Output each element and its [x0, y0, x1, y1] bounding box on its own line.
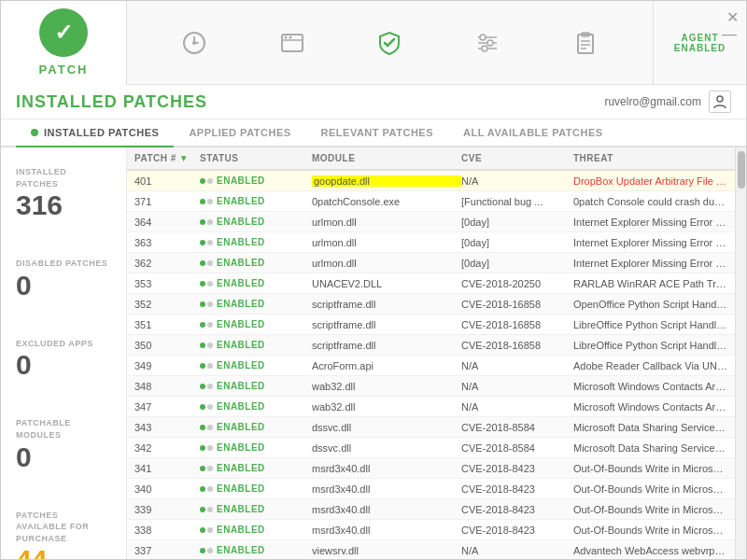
threat-cell: LibreOffice Python Script Handler Di...: [573, 340, 727, 351]
dot-gray: [207, 219, 213, 225]
table-row[interactable]: 341 ENABLED msrd3x40.dll CVE-2018-8423 O…: [127, 458, 735, 479]
dot-green: [200, 281, 205, 287]
cve-cell: CVE-2018-8423: [461, 525, 573, 536]
stat-excluded-apps: EXCLUDED APPS 0: [16, 338, 111, 381]
dot-green: [200, 260, 205, 266]
module-cell: urlmon.dll: [312, 258, 461, 269]
table-row[interactable]: 371 ENABLED 0patchConsole.exe [Functiona…: [127, 191, 735, 212]
svg-point-5: [289, 35, 291, 38]
patch-num: 353: [134, 278, 200, 289]
module-cell: goopdate.dll: [312, 175, 461, 187]
clipboard-nav-icon[interactable]: [571, 30, 599, 56]
status-cell: ENABLED: [200, 504, 312, 514]
dot-gray: [207, 178, 213, 184]
table-row[interactable]: 340 ENABLED msrd3x40.dll CVE-2018-8423 O…: [127, 479, 735, 499]
table-row[interactable]: 348 ENABLED wab32.dll N/A Microsoft Wind…: [127, 376, 735, 397]
stat-excluded-apps-label: EXCLUDED APPS: [16, 338, 111, 350]
table-row[interactable]: 352 ENABLED scriptframe.dll CVE-2018-168…: [127, 294, 735, 315]
threat-cell: Internet Explorer Missing Error Check...: [573, 258, 727, 269]
status-indicator: [200, 301, 213, 307]
cve-cell: N/A: [461, 175, 573, 187]
table-row[interactable]: 349 ENABLED AcroForm.api N/A Adobe Reade…: [127, 356, 735, 376]
status-text: ENABLED: [217, 545, 265, 555]
minimize-button[interactable]: —: [722, 27, 737, 42]
status-cell: ENABLED: [200, 258, 312, 268]
table-row[interactable]: 350 ENABLED scriptframe.dll CVE-2018-168…: [127, 335, 735, 356]
tab-installed-patches[interactable]: INSTALLED PATCHES: [16, 119, 174, 147]
sidebar-stats: INSTALLED PATCHES 316 DISABLED PATCHES 0…: [1, 147, 127, 559]
user-info: ruvelro@gmail.com: [604, 91, 731, 113]
user-avatar[interactable]: [709, 91, 731, 113]
th-patch-num[interactable]: PATCH # ▼: [134, 153, 200, 163]
status-indicator: [200, 199, 213, 204]
patch-num: 401: [134, 175, 200, 187]
cve-cell: CVE-2018-16858: [461, 340, 573, 351]
patch-num: 350: [134, 340, 200, 351]
table-row[interactable]: 338 ENABLED msrd3x40.dll CVE-2018-8423 O…: [127, 520, 735, 540]
tab-applied-patches[interactable]: APPLIED PATCHES: [174, 119, 305, 147]
dot-green: [200, 527, 205, 533]
scrollbar-thumb[interactable]: [738, 151, 745, 189]
shield-nav-icon[interactable]: [375, 30, 403, 56]
stat-excluded-apps-value: 0: [16, 349, 111, 380]
tab-relevant-patches[interactable]: RELEVANT PATCHES: [306, 119, 448, 147]
table-row[interactable]: 364 ENABLED urlmon.dll [0day] Internet E…: [127, 212, 735, 232]
th-module[interactable]: MODULE: [312, 153, 461, 163]
dot-gray: [207, 507, 213, 512]
logo-section: ✓ PATCH: [1, 1, 127, 85]
threat-cell: LibreOffice Python Script Handler Di...: [573, 319, 727, 330]
dot-gray: [207, 425, 213, 430]
module-cell: wab32.dll: [312, 401, 461, 413]
tab-applied-patches-label: APPLIED PATCHES: [189, 127, 290, 138]
table-row[interactable]: 362 ENABLED urlmon.dll [0day] Internet E…: [127, 253, 735, 273]
table-row[interactable]: 337 ENABLED viewsrv.dll N/A Advantech We…: [127, 540, 735, 559]
table-row[interactable]: 363 ENABLED urlmon.dll [0day] Internet E…: [127, 232, 735, 253]
th-status[interactable]: STATUS: [200, 153, 312, 163]
th-threat[interactable]: THREAT: [573, 153, 727, 163]
table-row[interactable]: 401 ENABLED goopdate.dll N/A DropBox Upd…: [127, 171, 735, 191]
patch-num: 338: [134, 525, 200, 536]
cve-cell: CVE-2018-8584: [461, 422, 573, 433]
tab-all-available-patches[interactable]: ALL AVAILABLE PATCHES: [448, 119, 618, 147]
table-row[interactable]: 351 ENABLED scriptframe.dll CVE-2018-168…: [127, 315, 735, 335]
dot-gray: [207, 445, 213, 451]
patch-num: 362: [134, 258, 200, 269]
module-cell: msrd3x40.dll: [312, 483, 461, 495]
dot-green: [200, 466, 205, 471]
cve-cell: [0day]: [461, 217, 573, 228]
status-cell: ENABLED: [200, 196, 312, 206]
dashboard-nav-icon[interactable]: [180, 30, 208, 56]
table-row[interactable]: 353 ENABLED UNACEV2.DLL CVE-2018-20250 R…: [127, 273, 735, 294]
threat-cell: Adobe Reader Callback Via UNC Path: [573, 360, 727, 371]
patch-num: 349: [134, 360, 200, 371]
patch-num: 340: [134, 483, 200, 495]
dot-green: [200, 199, 205, 204]
stat-patchable-modules-value: 0: [16, 441, 111, 472]
patch-num: 337: [134, 545, 200, 556]
table-row[interactable]: 347 ENABLED wab32.dll N/A Microsoft Wind…: [127, 397, 735, 417]
tab-dot-active: [31, 129, 38, 136]
status-cell: ENABLED: [200, 483, 312, 494]
browser-nav-icon[interactable]: [278, 30, 306, 56]
status-cell: ENABLED: [200, 340, 312, 350]
module-cell: scriptframe.dll: [312, 340, 461, 351]
scrollbar[interactable]: [735, 147, 746, 559]
dot-green: [200, 178, 205, 184]
sliders-nav-icon[interactable]: [473, 30, 501, 56]
status-cell: ENABLED: [200, 381, 312, 391]
status-text: ENABLED: [217, 525, 265, 535]
agent-label: AGENTENABLED: [674, 33, 726, 53]
status-cell: ENABLED: [200, 299, 312, 309]
table-row[interactable]: 343 ENABLED dssvc.dll CVE-2018-8584 Micr…: [127, 417, 735, 438]
table-row[interactable]: 339 ENABLED msrd3x40.dll CVE-2018-8423 O…: [127, 499, 735, 520]
table-row[interactable]: 342 ENABLED dssvc.dll CVE-2018-8584 Micr…: [127, 438, 735, 458]
dot-gray: [207, 199, 213, 204]
tab-installed-patches-label: INSTALLED PATCHES: [44, 127, 159, 138]
status-text: ENABLED: [217, 319, 265, 329]
module-cell: msrd3x40.dll: [312, 525, 461, 536]
dot-green: [200, 507, 205, 512]
logo-checkmark: ✓: [54, 20, 73, 46]
dot-green: [200, 240, 205, 245]
close-button[interactable]: ✕: [726, 8, 739, 26]
th-cve[interactable]: CVE: [461, 153, 573, 163]
